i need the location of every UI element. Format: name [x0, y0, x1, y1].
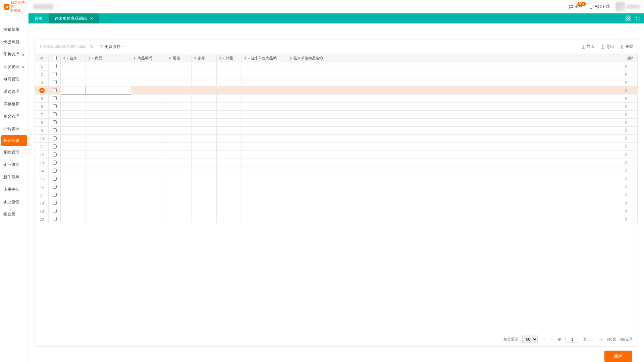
cell[interactable]	[217, 95, 242, 103]
table-row[interactable]: 15	[35, 175, 638, 183]
cell[interactable]	[242, 175, 287, 183]
cell[interactable]	[287, 78, 624, 86]
cell[interactable]	[287, 95, 624, 103]
cell[interactable]	[86, 95, 131, 103]
row-checkbox[interactable]	[53, 209, 57, 213]
row-checkbox[interactable]	[53, 144, 57, 148]
sidebar-item-15[interactable]: 畅会员	[0, 208, 28, 221]
per-page-select[interactable]: 50	[522, 336, 538, 343]
row-delete-button[interactable]	[624, 97, 637, 100]
cell[interactable]	[61, 70, 86, 78]
sidebar-item-3[interactable]: 批发管理▶	[0, 61, 28, 73]
tab-current[interactable]: 往来单位商品编码 ✕	[49, 13, 99, 23]
row-checkbox[interactable]	[53, 104, 57, 108]
sidebar-item-5[interactable]: 采购管理	[0, 85, 28, 98]
last-page-button[interactable]: >|	[598, 337, 602, 341]
cell[interactable]	[61, 199, 86, 207]
cell[interactable]	[61, 143, 86, 151]
cell[interactable]	[217, 70, 242, 78]
cell[interactable]	[86, 183, 131, 191]
cell[interactable]	[192, 143, 217, 151]
sidebar-item-11[interactable]: 企业协同	[0, 159, 28, 171]
cell[interactable]	[61, 127, 86, 135]
cell[interactable]	[192, 135, 217, 143]
table-row[interactable]: 3	[35, 78, 638, 86]
cell[interactable]	[192, 103, 217, 111]
cell[interactable]	[242, 191, 287, 199]
col-ext-name[interactable]: ▲▼往来单位商品名称	[287, 54, 624, 62]
cell[interactable]	[86, 62, 131, 70]
cell[interactable]	[166, 95, 192, 103]
table-row[interactable]: 5	[35, 95, 638, 103]
sidebar-item-8[interactable]: 经营管理	[0, 123, 28, 135]
cell[interactable]	[217, 207, 242, 215]
cell[interactable]	[217, 167, 242, 175]
row-checkbox[interactable]	[53, 185, 57, 189]
cell[interactable]	[217, 151, 242, 159]
cell[interactable]	[192, 167, 217, 175]
search-icon[interactable]	[89, 44, 94, 49]
prev-page-button[interactable]: <	[550, 337, 554, 341]
cell[interactable]	[217, 183, 242, 191]
sidebar-item-6[interactable]: 库存核算	[0, 98, 28, 110]
cell[interactable]	[131, 119, 166, 127]
row-delete-button[interactable]	[624, 153, 637, 157]
cell[interactable]	[242, 183, 287, 191]
row-delete-button[interactable]	[624, 64, 637, 68]
app-download-button[interactable]: App下载	[589, 4, 610, 9]
cell[interactable]	[192, 86, 217, 95]
table-row[interactable]: 16	[35, 183, 638, 191]
import-button[interactable]: 导入	[581, 44, 595, 50]
cell[interactable]	[287, 135, 624, 143]
cell[interactable]	[287, 119, 624, 127]
cell[interactable]	[242, 62, 287, 70]
cell[interactable]	[217, 103, 242, 111]
cell[interactable]	[86, 215, 131, 223]
cell[interactable]	[86, 151, 131, 159]
cell[interactable]	[166, 143, 192, 151]
cell[interactable]	[166, 159, 192, 167]
cell[interactable]	[166, 78, 192, 86]
row-delete-button[interactable]	[624, 88, 637, 92]
row-checkbox[interactable]	[53, 153, 57, 157]
cell[interactable]	[217, 86, 242, 95]
cell[interactable]	[217, 191, 242, 199]
cell[interactable]	[242, 159, 287, 167]
search-input[interactable]	[39, 43, 94, 50]
table-row[interactable]: 7	[35, 111, 638, 119]
row-delete-button[interactable]	[624, 185, 637, 189]
cell[interactable]	[242, 135, 287, 143]
row-checkbox[interactable]	[53, 72, 57, 76]
cell[interactable]	[217, 175, 242, 183]
sidebar-item-12[interactable]: 新手引导	[0, 171, 28, 183]
cell[interactable]	[61, 103, 86, 111]
add-row-button[interactable]: +	[39, 88, 45, 93]
cell[interactable]	[192, 175, 217, 183]
cell[interactable]	[192, 183, 217, 191]
cell[interactable]	[192, 159, 217, 167]
row-delete-button[interactable]	[624, 72, 637, 76]
cell[interactable]	[287, 175, 624, 183]
row-checkbox[interactable]	[53, 80, 57, 84]
table-row[interactable]: 8	[35, 119, 638, 127]
row-checkbox[interactable]	[53, 120, 57, 124]
cell[interactable]	[192, 151, 217, 159]
cell[interactable]	[192, 191, 217, 199]
cell[interactable]	[192, 127, 217, 135]
cell[interactable]	[86, 167, 131, 175]
cell[interactable]	[242, 70, 287, 78]
row-checkbox[interactable]	[53, 201, 57, 205]
row-delete-button[interactable]	[624, 177, 637, 181]
cell[interactable]	[131, 207, 166, 215]
cell[interactable]	[131, 86, 166, 95]
row-delete-button[interactable]	[624, 129, 637, 132]
fullscreen-button[interactable]	[635, 15, 641, 21]
cell[interactable]	[86, 199, 131, 207]
cell[interactable]	[287, 127, 624, 135]
row-delete-button[interactable]	[624, 80, 637, 84]
cell[interactable]	[86, 143, 131, 151]
cell[interactable]	[242, 95, 287, 103]
row-delete-button[interactable]	[624, 145, 637, 148]
cell[interactable]	[166, 183, 192, 191]
row-delete-button[interactable]	[624, 169, 637, 173]
